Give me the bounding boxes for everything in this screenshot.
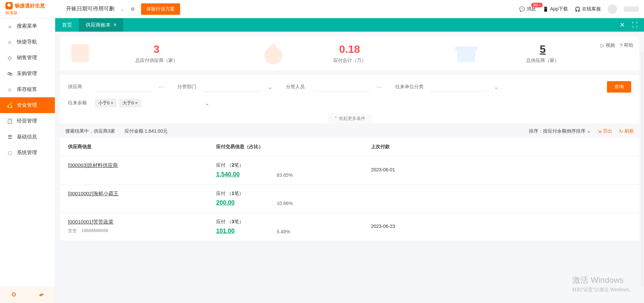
- sidebar-item-2[interactable]: ◇销售管理: [0, 50, 55, 66]
- sidebar-icon: 📋: [7, 118, 13, 124]
- export-icon: ⇲: [598, 129, 602, 134]
- sidebar-item-6[interactable]: 📋经营管理: [0, 113, 55, 129]
- result-bar: 搜索结果中，供应商3家 应付金额 1,841.00元 排序：按应付余额倒序排序 …: [60, 125, 639, 138]
- tx-pct: 10.86%: [277, 201, 371, 206]
- filter-balance-label: 往来余额: [68, 100, 88, 106]
- filter-person-label: 分管人员: [286, 84, 306, 90]
- sort-dropdown[interactable]: 排序：按应付余额倒序排序 ⌄: [529, 128, 591, 134]
- close-tab-icon[interactable]: ✕: [617, 21, 627, 29]
- stats-card: ▷视频 ?帮助 3总应付供应商（家）0.18应付合计（万）5总供应商（家）: [60, 36, 639, 70]
- chevron-down-icon[interactable]: ⌄: [121, 6, 125, 12]
- logo[interactable]: 畅捷通好生意 标准版: [5, 2, 56, 16]
- app-download-button[interactable]: 📱 App下载: [543, 6, 568, 12]
- tab-1[interactable]: 供应商账本×: [79, 18, 123, 32]
- phone-icon: 📱: [543, 6, 548, 12]
- avatar[interactable]: [608, 4, 617, 14]
- sidebar-label: 搜索菜单: [17, 23, 37, 29]
- sidebar-icon: ⌂: [7, 39, 13, 45]
- filter-supplier-label: 供应商: [68, 84, 88, 90]
- sidebar-label: 销售管理: [17, 55, 37, 61]
- pay-date: 2023-06-23: [371, 224, 631, 229]
- fullscreen-icon[interactable]: ⛶: [630, 22, 640, 29]
- tx-count: 应付 （2笔）: [216, 162, 277, 168]
- sidebar-icon: ⌕: [7, 23, 13, 29]
- more-icon[interactable]: ⋯: [159, 84, 164, 90]
- sidebar-icon: ◌: [7, 150, 13, 156]
- pay-date: 2023-06-01: [371, 167, 631, 172]
- svg-rect-0: [71, 44, 89, 62]
- tx-count: 应付 （1笔）: [216, 191, 277, 197]
- sidebar-icon: 🛍: [7, 71, 13, 76]
- stat-icon: [453, 40, 480, 67]
- col-tx: 应付交易信息（占比）: [216, 144, 277, 150]
- tx-amount[interactable]: 200.00: [216, 199, 277, 206]
- more-icon[interactable]: ⋯: [376, 84, 382, 90]
- sidebar-label: 采购管理: [17, 70, 37, 77]
- table-row: [000003]原材料供应商应付 （2笔）1,540.0083.65%2023-…: [60, 156, 639, 184]
- collapse-sidebar-icon[interactable]: ◂•: [39, 291, 44, 298]
- export-button[interactable]: ⇲导出: [598, 128, 612, 134]
- tx-pct: 5.49%: [277, 229, 371, 234]
- stat-card-0: 3总应付供应商（家）: [60, 40, 253, 67]
- scrollbar[interactable]: [641, 52, 643, 288]
- tab-close-icon[interactable]: ×: [113, 22, 116, 28]
- sidebar-item-1[interactable]: ⌂快捷导航: [0, 34, 55, 50]
- sidebar-label: 系统管理: [17, 149, 37, 156]
- stat-icon: [67, 40, 94, 67]
- col-pay: 上次付款: [371, 144, 631, 150]
- user-name-placeholder: [624, 6, 639, 12]
- sidebar-label: 资金管理: [17, 102, 37, 108]
- sidebar-icon: ⌂: [7, 87, 13, 92]
- sidebar-label: 快捷导航: [17, 39, 37, 45]
- sidebar-icon: 💰: [7, 102, 13, 108]
- search-button[interactable]: 查询: [607, 81, 631, 93]
- top-header: 畅捷通好生意 标准版 开账日期可停用可删 ⌄ ⚙ 体验行业方案 💬 消息 99 …: [0, 0, 644, 18]
- sidebar-item-3[interactable]: 🛍采购管理: [0, 66, 55, 81]
- sidebar-item-4[interactable]: ⌂库存核算: [0, 81, 55, 97]
- filter-chip-0[interactable]: 小于0 ×: [95, 99, 116, 107]
- sidebar-icon: ◇: [7, 55, 13, 61]
- filter-category-label: 往来单位分类: [395, 84, 423, 90]
- collapse-filters-button[interactable]: ⌃ 收起更多条件: [328, 113, 372, 124]
- headset-icon: 🎧: [575, 6, 580, 12]
- tx-amount[interactable]: 101.00: [216, 228, 277, 235]
- refresh-icon: ↻: [619, 129, 623, 134]
- tab-bar: 首页供应商账本× ✕ ⛶: [55, 18, 644, 32]
- table-header: 供应商信息 应付交易信息（占比） 上次付款: [60, 138, 639, 156]
- svg-point-1: [264, 46, 282, 64]
- supplier-link[interactable]: [00010002]海鲜小霸王: [68, 191, 216, 197]
- sidebar-item-7[interactable]: ☰基础信息: [0, 129, 55, 145]
- sidebar-item-8[interactable]: ◌系统管理: [0, 145, 55, 161]
- settings-icon[interactable]: ⚙: [11, 291, 16, 298]
- stat-card-2[interactable]: 5总供应商（家）: [446, 40, 639, 67]
- brand-version: 标准版: [5, 10, 56, 16]
- chevron-down-icon[interactable]: ⌄: [494, 84, 498, 90]
- supplier-link[interactable]: [00010001]苦苦蔬菜: [68, 219, 216, 225]
- sidebar: ⌕搜索菜单⌂快捷导航◇销售管理🛍采购管理⌂库存核算💰资金管理📋经营管理☰基础信息…: [0, 18, 55, 303]
- chevron-down-icon[interactable]: ⌄: [268, 84, 272, 90]
- filter-chip-1[interactable]: 大于0 ×: [119, 99, 141, 107]
- filter-dept-label: 分管部门: [177, 84, 198, 90]
- supplier-link[interactable]: [000003]原材料供应商: [68, 162, 216, 169]
- tx-amount[interactable]: 1,540.00: [216, 171, 277, 178]
- gear-icon[interactable]: ⚙: [131, 6, 135, 12]
- filter-supplier-input[interactable]: [95, 82, 152, 92]
- message-badge: 99 +: [531, 3, 543, 7]
- result-summary-amount: 应付金额 1,841.00元: [125, 128, 168, 134]
- filter-category-input[interactable]: [430, 82, 487, 92]
- tab-0[interactable]: 首页: [55, 18, 79, 32]
- filter-dept-input[interactable]: [204, 82, 261, 92]
- customer-service-button[interactable]: 🎧 在线客服: [575, 6, 601, 12]
- filter-person-input[interactable]: [313, 82, 370, 92]
- sidebar-item-0[interactable]: ⌕搜索菜单: [0, 18, 55, 34]
- filter-card: 供应商 ⋯ 分管部门 ⌄ 分管人员 ⋯ 往来单: [60, 75, 639, 124]
- result-summary-count: 搜索结果中，供应商3家: [65, 128, 115, 134]
- industry-plan-button[interactable]: 体验行业方案: [141, 3, 180, 15]
- sidebar-icon: ☰: [7, 134, 13, 140]
- page-title: 开账日期可停用可删: [66, 5, 114, 12]
- chevron-down-icon[interactable]: ⌄: [205, 100, 209, 106]
- refresh-button[interactable]: ↻刷新: [619, 128, 634, 134]
- messages-button[interactable]: 💬 消息 99 +: [519, 6, 536, 12]
- sidebar-item-5[interactable]: 💰资金管理: [0, 97, 55, 113]
- stat-card-1: 0.18应付合计（万）: [253, 40, 446, 67]
